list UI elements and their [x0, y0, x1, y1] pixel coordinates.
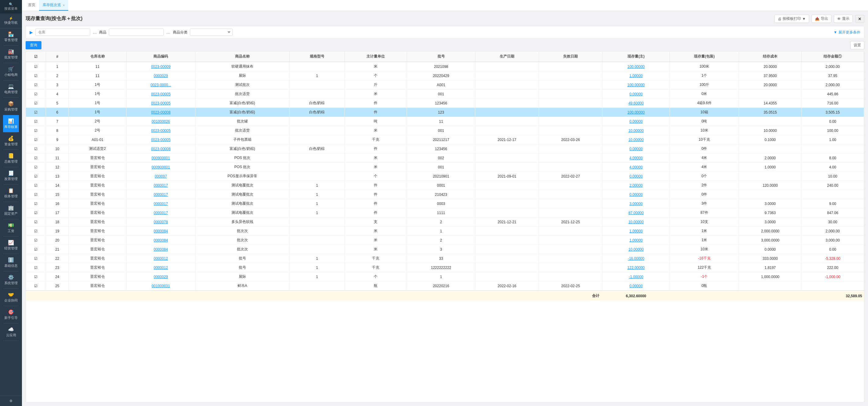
cell-qty-sub: 1个 [670, 71, 739, 80]
sidebar-settings-btn[interactable]: ⚙ [0, 396, 22, 406]
cell-qty-main[interactable]: -1.00000 [602, 272, 670, 281]
sidebar-item-cloud[interactable]: ☁️云应用 [3, 324, 19, 341]
cell-num: 4 [46, 90, 69, 99]
cell-qty-main[interactable]: 10.00000 [602, 135, 670, 144]
cell-batch: 20210901 [407, 172, 475, 181]
sidebar-item-fixed_assets[interactable]: 🏢固定资产 [3, 202, 19, 219]
sidebar-item-ecommerce_big[interactable]: 💻电商管理 [3, 80, 19, 98]
cell-qty-main[interactable]: 100.00000 [602, 108, 670, 117]
sidebar-item-tax[interactable]: 📋税务管理 [3, 184, 19, 202]
cell-name: 富减(白色/奶棕) [195, 144, 289, 154]
warehouse-dots[interactable]: ... [93, 30, 97, 35]
cell-code[interactable]: 0000084 [126, 227, 195, 236]
cell-code[interactable]: 0000084 [126, 245, 195, 254]
window-close-btn[interactable]: ✕ [855, 15, 864, 23]
cell-code[interactable]: 001000026 [126, 117, 195, 126]
cell-qty-main[interactable]: 4.00000 [602, 163, 670, 172]
cell-qty-main[interactable]: 0.00000 [602, 144, 670, 154]
cell-code[interactable]: 0023-00005 [126, 90, 195, 99]
sidebar-item-invoice[interactable]: 🧾发票管理 [3, 167, 19, 184]
sidebar-item-hr[interactable]: 💵工资 [3, 219, 19, 237]
cell-code[interactable]: 0023-00005 [126, 126, 195, 135]
sidebar-item-retail[interactable]: 🏪零售管理 [3, 28, 19, 46]
export-btn[interactable]: 📤 导出 [812, 14, 831, 23]
sidebar-item-label-basic: 基础信息 [4, 264, 18, 268]
cell-code[interactable]: 0000017 [126, 208, 195, 217]
cell-code[interactable]: 0000017 [126, 181, 195, 190]
sidebar-item-ops[interactable]: 📈经营管理 [3, 237, 19, 254]
sidebar-item-inventory[interactable]: 📊库存核算 [3, 115, 19, 133]
cell-qty-main[interactable]: 10.00000 [602, 126, 670, 135]
cell-code[interactable]: 0000012 [126, 263, 195, 272]
print-btn[interactable]: 🖨 按模板打印 ▼ [774, 14, 809, 23]
cell-code[interactable]: 0023-0000... [126, 80, 195, 90]
filter-expand-arrow[interactable]: ▶ [30, 30, 33, 35]
cell-qty-main[interactable]: 1.00000 [602, 227, 670, 236]
purchase-icon: 📦 [4, 101, 18, 107]
cell-qty-main[interactable]: 0.00000 [602, 117, 670, 126]
category-select[interactable] [190, 29, 232, 36]
cell-code[interactable]: 0023-00008 [126, 108, 195, 117]
sidebar-item-system[interactable]: ⚙️系统管理 [3, 271, 19, 289]
sidebar-item-purchase[interactable]: 📦采购管理 [3, 98, 19, 115]
cell-qty-main[interactable]: 100.00000 [602, 80, 670, 90]
tab-close-inventory_batch[interactable]: × [63, 3, 65, 7]
cell-qty-main[interactable]: 0.00000 [602, 172, 670, 181]
sidebar-item-accounting[interactable]: 📒总账管理 [3, 150, 19, 167]
query-btn[interactable]: 查询 [26, 41, 41, 49]
sidebar-item-collab[interactable]: 🤝企业协同 [3, 289, 19, 306]
sidebar-item-finance[interactable]: 💰资金管理 [3, 133, 19, 150]
expand-conditions-btn[interactable]: ▼ 展开更多条件 [834, 30, 860, 35]
sidebar-item-wholesale[interactable]: 🏭批发管理 [3, 46, 19, 63]
cell-qty-main[interactable]: 10.00000 [602, 217, 670, 227]
cell-qty-main[interactable]: 100.00000 [602, 62, 670, 71]
goods-input[interactable] [109, 29, 164, 36]
cell-qty-main[interactable]: 2.00000 [602, 181, 670, 190]
cell-code[interactable]: 000900001 [126, 163, 195, 172]
cell-code[interactable]: 0000017 [126, 190, 195, 199]
goods-dots[interactable]: ... [166, 30, 170, 35]
cell-qty-main[interactable]: 0.00000 [602, 281, 670, 291]
cell-code[interactable]: 0000084 [126, 236, 195, 245]
cell-qty-main[interactable]: 122.00000 [602, 263, 670, 272]
tab-home[interactable]: 首页 [24, 0, 39, 11]
show-btn[interactable]: 👁 显示 [834, 14, 853, 23]
cell-warehouse: 晋宏裕仓 [69, 208, 126, 217]
cell-code[interactable]: 0023-00008 [126, 144, 195, 154]
cell-spec: 1 [290, 71, 344, 80]
cell-qty-main[interactable]: 87.00000 [602, 208, 670, 217]
cell-code[interactable]: 0023-00005 [126, 99, 195, 108]
cell-qty-main[interactable]: 1.00000 [602, 236, 670, 245]
tab-inventory_batch[interactable]: 库存批次览× [39, 0, 68, 11]
sidebar-item-basic[interactable]: ℹ️基础信息 [3, 254, 19, 271]
cell-qty-main[interactable]: 3.00000 [602, 199, 670, 208]
sidebar-item-ecommerce_small[interactable]: 🛒小鲸电商 [3, 63, 19, 80]
cell-qty-main[interactable]: 1.00000 [602, 71, 670, 80]
cell-code[interactable]: 001000031 [126, 281, 195, 291]
table-row: ☑15晋宏裕仓0000017测试电覆批次1件2104230.000000件 [26, 190, 864, 199]
cell-qty-main[interactable]: 49.60000 [602, 99, 670, 108]
table-body: ☑1110023-00009软硬通用抹布米2021098100.00000100… [26, 62, 864, 291]
cell-code[interactable]: 0023-00009 [126, 62, 195, 71]
cell-code[interactable]: 0000017 [126, 199, 195, 208]
cell-code[interactable]: 0000029 [126, 272, 195, 281]
cell-qty-main[interactable]: 10.00000 [602, 245, 670, 254]
warehouse-input[interactable] [35, 29, 90, 36]
cell-qty-main[interactable]: 0.00000 [602, 190, 670, 199]
cell-name: 测试电覆批次 [195, 208, 289, 217]
cell-qty-main[interactable]: 0.00000 [602, 90, 670, 99]
cell-code[interactable]: 0000012 [126, 254, 195, 263]
settings-btn[interactable]: 设置 [850, 41, 864, 49]
sidebar-quick-nav[interactable]: ⚡ 快捷导航 [0, 13, 22, 28]
cell-code[interactable]: 000900001 [126, 154, 195, 163]
cell-qty-main[interactable]: -16.00000 [602, 254, 670, 263]
cell-checkbox: ☑ [26, 62, 46, 71]
sidebar-search[interactable]: 🔍 搜索菜单 [0, 0, 22, 13]
cell-code[interactable]: 000097 [126, 172, 195, 181]
sidebar-item-newbie[interactable]: 🎯新手引导 [3, 306, 19, 324]
cell-code[interactable]: 0000078 [126, 217, 195, 227]
cell-code[interactable]: 0000029 [126, 71, 195, 80]
cell-qty-main[interactable]: 4.00000 [602, 154, 670, 163]
total-cost [739, 291, 802, 301]
cell-code[interactable]: 0023-00005 [126, 135, 195, 144]
